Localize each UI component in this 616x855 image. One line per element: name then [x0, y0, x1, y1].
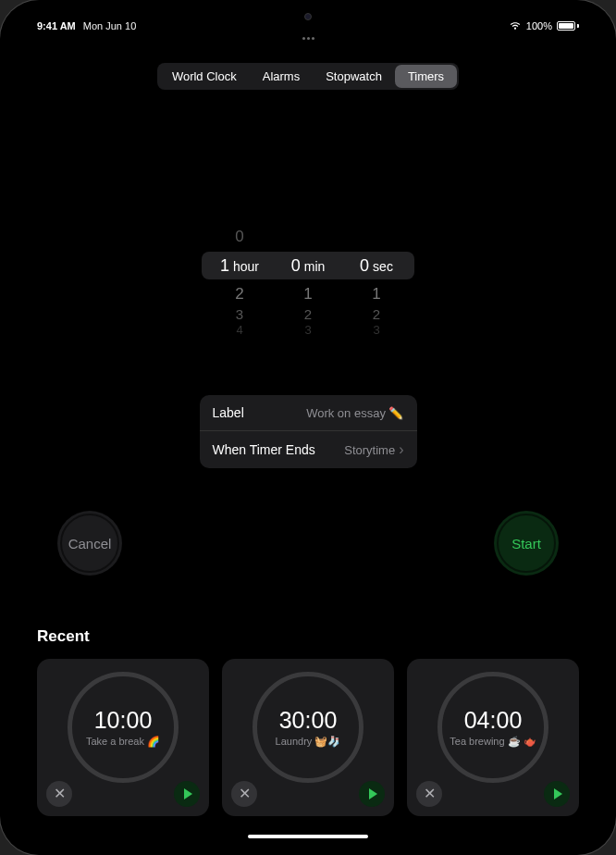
timer-label: Tea brewing ☕️ 🫖: [450, 736, 536, 748]
timer-dial: 04:00 Tea brewing ☕️ 🫖: [437, 672, 548, 783]
timer-label: Take a break 🌈: [86, 736, 160, 748]
play-icon: [554, 788, 562, 799]
play-icon: [184, 788, 192, 799]
recent-timer-card[interactable]: 04:00 Tea brewing ☕️ 🫖 ✕: [407, 659, 579, 816]
status-date: Mon Jun 10: [83, 20, 136, 31]
picker-seconds-next3: 3: [348, 323, 405, 337]
cancel-button-label: Cancel: [68, 536, 112, 551]
picker-seconds-value: 0: [360, 252, 369, 279]
start-button-label: Start: [511, 536, 541, 551]
picker-hours-column[interactable]: 0 1hour 2 3 4: [211, 210, 268, 321]
picker-minutes-next3: 3: [279, 323, 337, 337]
play-timer-button[interactable]: [359, 781, 385, 807]
when-ends-title: When Timer Ends: [213, 442, 315, 457]
picker-hours-unit: hour: [233, 253, 259, 280]
picker-hours-value: 1: [220, 252, 229, 279]
app-tabs: World Clock Alarms Stopwatch Timers: [9, 63, 607, 90]
picker-hours-next2: 3: [211, 306, 268, 322]
tab-stopwatch[interactable]: Stopwatch: [313, 65, 395, 88]
time-picker[interactable]: 0 1hour 2 3 4 0min 1 2 3: [9, 210, 607, 321]
picker-minutes-next1: 1: [279, 285, 337, 304]
timer-time: 04:00: [464, 707, 523, 734]
timer-settings-card: Label Work on essay ✏️ When Timer Ends S…: [200, 395, 417, 468]
wifi-icon: [509, 21, 522, 31]
timer-dial: 10:00 Take a break 🌈: [68, 672, 179, 783]
recent-timers-grid: 10:00 Take a break 🌈 ✕ 30:00 Laundry 🧺🧦: [37, 659, 579, 816]
picker-hours-next3: 4: [211, 323, 268, 337]
timer-time: 10:00: [94, 707, 153, 734]
recent-timer-card[interactable]: 30:00 Laundry 🧺🧦 ✕: [222, 659, 394, 816]
battery-percentage: 100%: [526, 20, 552, 31]
label-title: Label: [213, 405, 244, 420]
close-icon: ✕: [424, 787, 436, 801]
when-timer-ends-row[interactable]: When Timer Ends Storytime ›: [200, 430, 417, 468]
start-button[interactable]: Start: [494, 511, 559, 576]
picker-seconds-next1: 1: [348, 285, 405, 304]
front-camera: [304, 13, 312, 20]
picker-minutes-next2: 2: [279, 306, 337, 322]
status-time: 9:41 AM: [37, 20, 76, 31]
delete-timer-button[interactable]: ✕: [46, 781, 72, 807]
timer-time: 30:00: [279, 707, 338, 734]
close-icon: ✕: [239, 787, 251, 801]
picker-hours-next1: 2: [211, 285, 268, 304]
tab-alarms[interactable]: Alarms: [250, 65, 313, 88]
chevron-right-icon: ›: [399, 441, 403, 458]
picker-seconds-next2: 2: [348, 306, 405, 322]
picker-minutes-column[interactable]: 0min 1 2 3: [279, 210, 337, 321]
play-timer-button[interactable]: [544, 781, 570, 807]
timer-dial: 30:00 Laundry 🧺🧦: [253, 672, 363, 783]
label-value: Work on essay ✏️: [306, 406, 403, 420]
picker-minutes-unit: min: [304, 253, 326, 280]
picker-minutes-value: 0: [291, 252, 301, 279]
tab-timers[interactable]: Timers: [395, 65, 457, 88]
multitasking-dots-icon[interactable]: [298, 37, 318, 41]
picker-seconds-column[interactable]: 0sec 1 2 3: [348, 210, 405, 321]
delete-timer-button[interactable]: ✕: [231, 781, 257, 807]
tab-world-clock[interactable]: World Clock: [159, 65, 250, 88]
close-icon: ✕: [54, 787, 66, 801]
when-ends-value: Storytime: [344, 443, 395, 457]
timer-label: Laundry 🧺🧦: [276, 736, 341, 748]
picker-seconds-unit: sec: [373, 253, 393, 280]
delete-timer-button[interactable]: ✕: [416, 781, 442, 807]
label-row[interactable]: Label Work on essay ✏️: [200, 395, 417, 430]
play-icon: [369, 788, 377, 799]
play-timer-button[interactable]: [174, 781, 200, 807]
cancel-button[interactable]: Cancel: [57, 511, 122, 576]
recent-heading: Recent: [37, 627, 579, 646]
home-indicator[interactable]: [248, 835, 368, 838]
picker-hours-prev: 0: [211, 228, 268, 246]
recent-timer-card[interactable]: 10:00 Take a break 🌈 ✕: [37, 659, 209, 816]
battery-icon: [557, 21, 579, 31]
